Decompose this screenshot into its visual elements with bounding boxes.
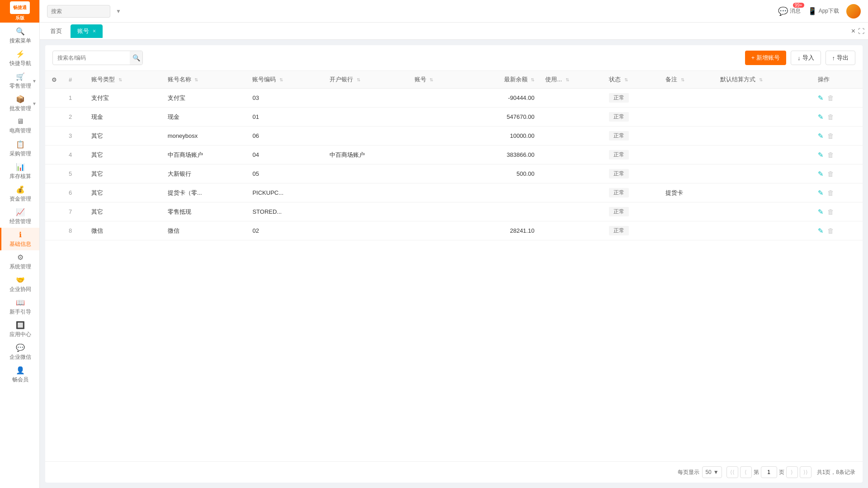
sidebar-item-agreement[interactable]: 🤝 企业协同 [0, 273, 39, 296]
message-button[interactable]: 💬 99+ 消息 [778, 6, 801, 16]
delete-button-6[interactable]: 🗑 [827, 208, 834, 216]
table-header-row: ⚙ # 账号类型 ⇅ 账号名称 ⇅ 账号编码 ⇅ [45, 71, 863, 89]
cell-settings-0 [45, 89, 63, 108]
col-status[interactable]: 状态 ⇅ [604, 71, 660, 89]
tab-close-icon[interactable]: × [93, 28, 96, 34]
cell-balance-7: 28241.10 [464, 221, 540, 240]
cell-code-6: STORED... [247, 202, 324, 221]
wholesale-expand-icon: ▼ [32, 101, 37, 106]
sort-payment-icon: ⇅ [759, 77, 763, 82]
sort-name-icon: ⇅ [194, 77, 198, 82]
edit-button-3[interactable]: ✎ [818, 151, 824, 159]
sidebar-item-member[interactable]: 👤 畅会员 [0, 363, 39, 386]
app-logo: 畅捷通 乐版 [0, 0, 39, 23]
sort-status-icon: ⇅ [624, 77, 628, 82]
cell-balance-6 [464, 202, 540, 221]
cell-settings-1 [45, 108, 63, 127]
sidebar-item-guide[interactable]: 📖 新手引导 [0, 296, 39, 318]
sidebar-item-basic[interactable]: ℹ 基础信息 [0, 228, 39, 250]
col-bank[interactable]: 开户银行 ⇅ [324, 71, 409, 89]
sidebar-item-member-label: 畅会员 [12, 376, 28, 384]
edit-button-1[interactable]: ✎ [818, 113, 824, 121]
import-button[interactable]: ↓ 导入 [791, 51, 821, 65]
sidebar-menu: 🔍 搜索菜单 ⚡ 快捷导航 🛒 零售管理 ▼ 📦 批发管理 ▼ 🖥 电商管理 📋… [0, 23, 39, 488]
toolbar-left: 🔍 [52, 51, 143, 65]
sidebar-item-finance[interactable]: 💰 资金管理 [0, 183, 39, 205]
table-body: 1 支付宝 支付宝 03 -90444.00 正常 ✎ 🗑 2 现金 现金 01… [45, 89, 863, 240]
toolbar-right: + 新增账号 ↓ 导入 ↑ 导出 [745, 51, 855, 65]
col-use[interactable]: 使用... ⇅ [540, 71, 604, 89]
edit-button-6[interactable]: ✎ [818, 208, 824, 216]
cell-status-5: 正常 [604, 183, 660, 202]
close-page-button[interactable]: × [851, 27, 855, 35]
sidebar-item-wholesale[interactable]: 📦 批发管理 ▼ [0, 92, 39, 115]
col-balance-label: 最新余额 [504, 76, 528, 83]
col-settings[interactable]: ⚙ [45, 71, 63, 89]
pager-last-button[interactable]: ⟩⟩ [800, 466, 811, 478]
edit-button-0[interactable]: ✎ [818, 94, 824, 102]
sidebar-item-system[interactable]: ⚙ 系统管理 [0, 250, 39, 273]
sort-remark-icon: ⇅ [681, 77, 684, 82]
top-search-input[interactable] [47, 5, 110, 18]
sidebar-item-shortcuts[interactable]: ⚡ 快捷导航 [0, 47, 39, 70]
edit-button-2[interactable]: ✎ [818, 132, 824, 140]
col-payment-label: 默认结算方式 [720, 76, 755, 83]
sidebar-item-inventory[interactable]: 📊 库存核算 [0, 160, 39, 183]
col-action: 操作 [812, 71, 863, 89]
sidebar-item-wholesale-label: 批发管理 [9, 105, 31, 113]
agreement-icon: 🤝 [16, 276, 25, 284]
cell-num-6: 7 [63, 202, 86, 221]
cell-use-6 [540, 202, 604, 221]
sidebar-item-purchase[interactable]: 📋 采购管理 [0, 137, 39, 160]
sidebar-item-ecommerce[interactable]: 🖥 电商管理 [0, 115, 39, 137]
sidebar-item-operations[interactable]: 📈 经营管理 [0, 205, 39, 228]
cell-name-7: 微信 [162, 221, 247, 240]
sidebar-item-retail[interactable]: 🛒 零售管理 ▼ [0, 70, 39, 92]
cell-payment-0 [715, 89, 813, 108]
table-row: 5 其它 大新银行 05 500.00 正常 ✎ 🗑 [45, 164, 863, 183]
search-submit-button[interactable]: 🔍 [130, 51, 142, 65]
delete-button-2[interactable]: 🗑 [827, 132, 834, 140]
col-name[interactable]: 账号名称 ⇅ [162, 71, 247, 89]
edit-button-4[interactable]: ✎ [818, 170, 824, 178]
app-download-label: App下载 [819, 7, 839, 15]
col-remark[interactable]: 备注 ⇅ [660, 71, 715, 89]
add-account-button[interactable]: + 新增账号 [745, 51, 786, 65]
delete-button-4[interactable]: 🗑 [827, 170, 834, 178]
delete-button-5[interactable]: 🗑 [827, 189, 834, 197]
cell-bank-7 [324, 221, 409, 240]
cell-settings-5 [45, 183, 63, 202]
cell-settings-7 [45, 221, 63, 240]
sidebar-item-apps[interactable]: 🔲 应用中心 [0, 318, 39, 341]
sidebar-item-wechat[interactable]: 💬 企业微信 [0, 341, 39, 363]
pager-next-button[interactable]: ⟩ [786, 466, 798, 478]
delete-button-1[interactable]: 🗑 [827, 113, 834, 121]
sidebar-item-inventory-label: 库存核算 [9, 173, 31, 180]
delete-button-3[interactable]: 🗑 [827, 151, 834, 159]
col-remark-label: 备注 [665, 76, 677, 83]
col-balance[interactable]: 最新余额 ⇅ [464, 71, 540, 89]
col-account[interactable]: 账号 ⇅ [409, 71, 464, 89]
tab-accounts[interactable]: 账号 × [71, 24, 103, 38]
tab-home[interactable]: 首页 [43, 24, 69, 38]
app-download-button[interactable]: 📱 App下载 [808, 7, 839, 15]
col-code[interactable]: 账号编码 ⇅ [247, 71, 324, 89]
cell-bank-6 [324, 202, 409, 221]
delete-button-7[interactable]: 🗑 [827, 227, 834, 235]
col-payment[interactable]: 默认结算方式 ⇅ [715, 71, 813, 89]
edit-button-5[interactable]: ✎ [818, 189, 824, 197]
edit-button-7[interactable]: ✎ [818, 227, 824, 235]
account-search-input[interactable] [53, 55, 130, 61]
pager-prev-button[interactable]: ⟨ [740, 466, 752, 478]
maximize-page-button[interactable]: ⛶ [858, 28, 864, 35]
page-number-input[interactable] [761, 466, 777, 478]
col-type-label: 账号类型 [91, 76, 115, 83]
export-button[interactable]: ↑ 导出 [826, 51, 856, 65]
pager-first-button[interactable]: ⟨⟨ [726, 466, 738, 478]
user-avatar[interactable] [846, 4, 861, 19]
cell-action-2: ✎ 🗑 [812, 127, 863, 145]
col-type[interactable]: 账号类型 ⇅ [86, 71, 162, 89]
delete-button-0[interactable]: 🗑 [827, 94, 834, 102]
page-size-selector[interactable]: 50 ▼ [702, 466, 722, 478]
sidebar-item-search[interactable]: 🔍 搜索菜单 [0, 24, 39, 47]
